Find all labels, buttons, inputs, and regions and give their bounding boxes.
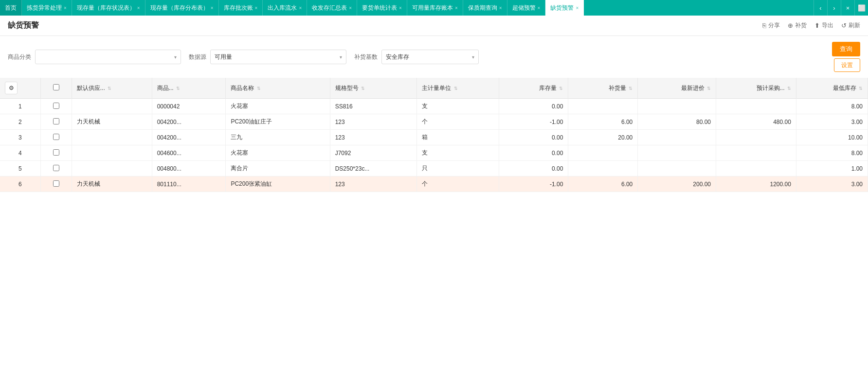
sort-stock-icon[interactable]: ⇅	[559, 86, 563, 91]
cell-spec: 123	[330, 114, 417, 130]
row-checkbox[interactable]	[53, 180, 59, 187]
th-est-purchase: 预计采购... ⇅	[716, 78, 796, 99]
sort-spec-icon[interactable]: ⇅	[361, 86, 365, 91]
cell-est-purchase: 1200.00	[716, 176, 796, 192]
close-tab-icon[interactable]: ×	[299, 5, 302, 11]
close-tab-icon[interactable]: ×	[538, 5, 541, 11]
sort-supplier-icon[interactable]: ⇅	[108, 86, 111, 91]
close-tab-icon[interactable]: ×	[499, 5, 502, 11]
sort-unit-icon[interactable]: ⇅	[454, 86, 458, 91]
nav-close-tab-btn[interactable]: ×	[841, 0, 854, 16]
nav-tab-xianzun-status[interactable]: 现存量（库存状况表）×	[72, 0, 145, 16]
data-source-group: 数据源 可用量 ▾	[189, 50, 346, 64]
nav-tab-keyong-liangben[interactable]: 可用量库存账本×	[407, 0, 463, 16]
nav-tab-xianzun-dist[interactable]: 现存量（库存分布表）×	[145, 0, 219, 16]
nav-tab-quehuo-yujing[interactable]: 缺货预警×	[545, 0, 584, 16]
close-tab-icon[interactable]: ×	[455, 5, 458, 11]
cell-index: 6	[0, 176, 40, 192]
close-tab-icon[interactable]: ×	[576, 5, 579, 11]
nav-tab-label: 保质期查询	[468, 4, 497, 12]
cell-supplier	[72, 145, 152, 161]
cell-spec: DS250*23c...	[330, 161, 417, 176]
nav-maximize-btn[interactable]: ⬜	[854, 0, 868, 16]
cell-unit: 只	[417, 161, 499, 176]
replenish-basis-label: 补货基数	[354, 53, 378, 61]
close-tab-icon[interactable]: ×	[349, 5, 352, 11]
table-row: 6 力天机械 801110... PC200张紧油缸 123 个 -1.00 6…	[0, 176, 868, 192]
cell-stock: -1.00	[499, 114, 568, 130]
data-source-select[interactable]: 可用量 ▾	[210, 50, 346, 64]
nav-tab-yaohuo-tongji[interactable]: 要货单统计表×	[357, 0, 407, 16]
cell-unit: 个	[417, 114, 499, 130]
th-latest-price-label: 最新进价	[681, 85, 705, 91]
cell-supplier	[72, 130, 152, 145]
cell-spec: 123	[330, 176, 417, 192]
cell-stock: -1.00	[499, 176, 568, 192]
sort-latest-price-icon[interactable]: ⇅	[707, 86, 711, 91]
sort-goods-code-icon[interactable]: ⇅	[176, 86, 180, 91]
nav-tab-jinggao[interactable]: 拣货异常处理×	[22, 0, 72, 16]
commodity-class-select[interactable]: ▾	[35, 50, 181, 64]
cell-replenish-qty: 20.00	[568, 130, 638, 145]
nav-next-btn[interactable]: ›	[827, 0, 841, 16]
commodity-class-label: 商品分类	[8, 53, 31, 61]
share-button[interactable]: ⎘ 分享	[762, 21, 780, 30]
row-checkbox[interactable]	[53, 165, 59, 171]
cell-stock: 0.00	[499, 130, 568, 145]
nav-prev-btn[interactable]: ‹	[814, 0, 827, 16]
nav-tab-label: 要货单统计表	[362, 4, 397, 12]
sort-est-purchase-icon[interactable]: ⇅	[787, 86, 791, 91]
cell-check	[40, 176, 72, 192]
nav-tab-kucun-batch[interactable]: 库存批次账×	[219, 0, 263, 16]
close-tab-icon[interactable]: ×	[137, 5, 140, 11]
cell-min-stock: 10.00	[796, 130, 868, 145]
nav-tab-shoufa-huizong[interactable]: 收发存汇总表×	[307, 0, 357, 16]
query-button[interactable]: 查询	[832, 42, 860, 56]
export-button[interactable]: ⬆ 导出	[814, 21, 833, 30]
close-tab-icon[interactable]: ×	[211, 5, 214, 11]
replenish-basis-select[interactable]: 安全库存 ▾	[381, 50, 479, 64]
nav-tab-churuku[interactable]: 出入库流水×	[263, 0, 307, 16]
table-row: 5 004800... 离合片 DS250*23c... 只 0.00 1.00	[0, 161, 868, 176]
cell-index: 2	[0, 114, 40, 130]
cell-supplier: 力天机械	[72, 176, 152, 192]
nav-tab-chaoe-yujing[interactable]: 超储预警×	[507, 0, 546, 16]
cell-unit: 支	[417, 145, 499, 161]
replenish-basis-chevron-icon: ▾	[472, 54, 474, 60]
share-icon: ⎘	[762, 22, 766, 29]
nav-tab-label: 首页	[5, 4, 17, 12]
nav-tab-baozhiqi-chaxun[interactable]: 保质期查询×	[463, 0, 507, 16]
cell-replenish-qty	[568, 99, 638, 114]
cell-min-stock: 3.00	[796, 176, 868, 192]
gear-button[interactable]: ⚙	[5, 82, 18, 94]
export-icon: ⬆	[814, 22, 820, 29]
th-spec: 规格型号 ⇅	[330, 78, 417, 99]
sort-replenish-qty-icon[interactable]: ⇅	[629, 86, 633, 91]
cell-goods-name: 三九	[226, 130, 330, 145]
replenish-button[interactable]: ⊕ 补货	[788, 21, 807, 30]
cell-stock: 0.00	[499, 99, 568, 114]
row-checkbox[interactable]	[53, 149, 59, 156]
th-settings: ⚙	[0, 78, 40, 99]
close-tab-icon[interactable]: ×	[64, 5, 67, 11]
close-tab-icon[interactable]: ×	[399, 5, 402, 11]
row-checkbox[interactable]	[53, 103, 59, 109]
cell-spec: J7092	[330, 145, 417, 161]
nav-tabs-container: 首页拣货异常处理×现存量（库存状况表）×现存量（库存分布表）×库存批次账×出入库…	[0, 0, 814, 16]
nav-tab-home[interactable]: 首页	[0, 0, 22, 16]
cell-goods-name: 火花塞	[226, 99, 330, 114]
close-tab-icon[interactable]: ×	[255, 5, 258, 11]
select-all-checkbox[interactable]	[53, 84, 59, 90]
page-title: 缺货预警	[8, 20, 762, 31]
refresh-button[interactable]: ↺ 刷新	[841, 21, 860, 30]
sort-goods-name-icon[interactable]: ⇅	[257, 86, 261, 91]
settings-button[interactable]: 设置	[834, 58, 860, 72]
cell-est-purchase	[716, 161, 796, 176]
row-checkbox[interactable]	[53, 118, 59, 124]
cell-check	[40, 99, 72, 114]
cell-latest-price	[638, 130, 716, 145]
th-stock-label: 库存量	[539, 85, 557, 91]
sort-min-stock-icon[interactable]: ⇅	[859, 86, 863, 91]
row-checkbox[interactable]	[53, 134, 59, 140]
cell-latest-price	[638, 161, 716, 176]
